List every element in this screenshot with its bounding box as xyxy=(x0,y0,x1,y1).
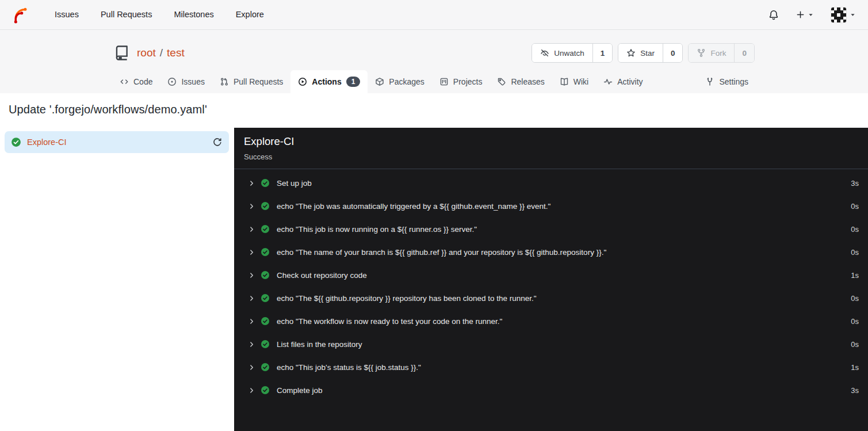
user-menu[interactable] xyxy=(831,7,855,23)
step-label: echo "The workflow is now ready to test … xyxy=(277,317,502,326)
tab-label: Projects xyxy=(453,77,483,86)
step-label: Check out repository code xyxy=(277,271,367,280)
nav-milestones[interactable]: Milestones xyxy=(163,0,224,29)
fork-label: Fork xyxy=(710,49,726,58)
top-navbar: Issues Pull Requests Milestones Explore xyxy=(0,0,868,30)
step-duration: 3s xyxy=(851,386,859,395)
star-button-group: Star 0 xyxy=(618,43,683,63)
chevron-right-icon[interactable] xyxy=(248,272,255,279)
job-log-panel: Explore-CI Success Set up job 3s xyxy=(234,128,868,431)
tab-issues[interactable]: Issues xyxy=(160,70,212,93)
step-duration: 0s xyxy=(851,294,859,303)
tab-label: Actions xyxy=(312,77,341,86)
step-row[interactable]: Complete job 3s xyxy=(234,379,868,402)
chevron-right-icon[interactable] xyxy=(248,364,255,371)
chevron-right-icon[interactable] xyxy=(248,249,255,256)
steps-list: Set up job 3s echo "The job was automati… xyxy=(234,169,868,402)
step-row[interactable]: echo "This job is now running on a ${{ r… xyxy=(234,218,868,241)
chevron-right-icon[interactable] xyxy=(248,341,255,348)
step-row[interactable]: echo "The ${{ github.repository }} repos… xyxy=(234,287,868,310)
forks-count[interactable]: 0 xyxy=(734,44,754,62)
tab-label: Settings xyxy=(719,77,748,86)
step-label: Complete job xyxy=(277,386,323,395)
rerun-job-icon[interactable] xyxy=(212,138,222,147)
step-row[interactable]: List files in the repository 0s xyxy=(234,333,868,356)
step-label: List files in the repository xyxy=(277,340,362,349)
nav-pull-requests[interactable]: Pull Requests xyxy=(90,0,163,29)
tab-projects[interactable]: Projects xyxy=(432,70,490,93)
step-success-icon xyxy=(261,178,270,188)
repo-name-link[interactable]: test xyxy=(167,47,185,59)
step-row[interactable]: echo "The name of your branch is ${{ git… xyxy=(234,241,868,264)
watchers-count[interactable]: 1 xyxy=(592,44,613,62)
notifications-bell-icon[interactable] xyxy=(768,10,779,20)
jobs-sidebar: Explore-CI xyxy=(0,128,234,431)
chevron-right-icon[interactable] xyxy=(248,203,255,210)
step-duration: 0s xyxy=(851,248,859,257)
repo-owner-link[interactable]: root xyxy=(137,47,156,59)
tab-label: Packages xyxy=(389,77,424,86)
chevron-right-icon[interactable] xyxy=(248,318,255,325)
step-success-icon xyxy=(261,224,270,234)
unwatch-button-group: Unwatch 1 xyxy=(531,43,613,63)
step-label: Set up job xyxy=(277,179,312,188)
pulse-icon xyxy=(603,77,613,86)
step-success-icon xyxy=(261,363,270,372)
job-status-text: Success xyxy=(244,152,858,161)
step-row[interactable]: Check out repository code 1s xyxy=(234,264,868,287)
chevron-down-icon xyxy=(808,12,813,17)
tab-label: Wiki xyxy=(573,77,588,86)
fork-button[interactable]: Fork xyxy=(689,44,734,62)
job-name-label: Explore-CI xyxy=(27,138,67,147)
step-duration: 0s xyxy=(851,225,859,234)
run-title-section: Update '.forgejo/workflows/demo.yaml' xyxy=(0,93,868,128)
step-success-icon xyxy=(261,340,270,349)
star-icon xyxy=(626,48,636,58)
navbar-right xyxy=(768,7,859,23)
nav-explore[interactable]: Explore xyxy=(225,0,275,29)
unwatch-label: Unwatch xyxy=(554,49,584,58)
step-success-icon xyxy=(261,270,270,280)
tab-packages[interactable]: Packages xyxy=(368,70,431,93)
tab-releases[interactable]: Releases xyxy=(490,70,552,93)
step-row[interactable]: echo "This job's status is ${{ job.statu… xyxy=(234,356,868,379)
step-label: echo "The job was automatically triggere… xyxy=(277,202,550,211)
unwatch-button[interactable]: Unwatch xyxy=(532,44,592,62)
git-fork-icon xyxy=(697,48,706,58)
tag-icon xyxy=(497,77,506,86)
tab-code[interactable]: Code xyxy=(112,70,160,93)
step-row[interactable]: Set up job 3s xyxy=(234,171,868,194)
job-title: Explore-CI xyxy=(244,135,858,148)
nav-issues[interactable]: Issues xyxy=(44,0,90,29)
tab-settings[interactable]: Settings xyxy=(698,70,756,93)
tab-pull-requests[interactable]: Pull Requests xyxy=(212,70,290,93)
step-row[interactable]: echo "The workflow is now ready to test … xyxy=(234,310,868,333)
create-new-menu[interactable] xyxy=(796,10,813,19)
forgejo-logo-icon[interactable] xyxy=(10,6,29,24)
book-open-icon xyxy=(560,77,569,86)
star-button[interactable]: Star xyxy=(618,44,663,62)
tab-label: Pull Requests xyxy=(234,77,283,86)
chevron-right-icon[interactable] xyxy=(248,295,255,302)
step-success-icon xyxy=(261,201,270,211)
chevron-right-icon[interactable] xyxy=(248,180,255,187)
job-item-explore-ci[interactable]: Explore-CI xyxy=(5,131,229,153)
step-success-icon xyxy=(261,386,270,395)
fork-button-group: Fork 0 xyxy=(688,43,755,63)
repo-title-row: root / test Unwatch xyxy=(110,40,758,66)
step-row[interactable]: echo "The job was automatically triggere… xyxy=(234,194,868,218)
tab-label: Code xyxy=(133,77,152,86)
actions-count-badge: 1 xyxy=(346,77,361,87)
step-success-icon xyxy=(261,247,270,257)
chevron-right-icon[interactable] xyxy=(248,387,255,394)
tab-actions[interactable]: Actions 1 xyxy=(290,70,368,93)
star-label: Star xyxy=(640,49,655,58)
workflow-run-title: Update '.forgejo/workflows/demo.yaml' xyxy=(9,103,859,116)
step-duration: 1s xyxy=(851,271,859,280)
chevron-right-icon[interactable] xyxy=(248,226,255,233)
tab-wiki[interactable]: Wiki xyxy=(552,70,596,93)
stars-count[interactable]: 0 xyxy=(663,44,683,62)
tab-activity[interactable]: Activity xyxy=(596,70,650,93)
eye-closed-icon xyxy=(540,48,549,58)
plus-icon xyxy=(796,10,805,19)
